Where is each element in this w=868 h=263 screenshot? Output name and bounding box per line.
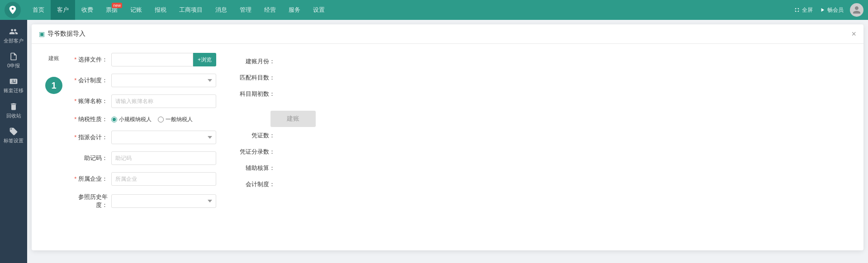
- logo-icon: [8, 5, 18, 15]
- build-account-button[interactable]: 建账: [270, 111, 316, 127]
- voucher-row: 凭证数：: [234, 132, 361, 140]
- step-label: 建账: [48, 55, 59, 62]
- memo-input[interactable]: [111, 151, 216, 165]
- logo[interactable]: [5, 2, 21, 18]
- file-label: 选择文件：: [71, 56, 108, 64]
- migration-icon: [9, 77, 18, 86]
- sidebar: 全部客户 0申报 账套迁移 回收站 标签设置: [0, 20, 27, 263]
- form-left: 选择文件： +浏览 会计制度：: [71, 53, 216, 216]
- nav-item-service[interactable]: 服务: [282, 0, 307, 20]
- main-content: ▣ 导爷数据导入 × 建账 1 选择文件：: [27, 20, 868, 263]
- file-input[interactable]: [111, 53, 193, 66]
- match-row: 匹配科目数：: [234, 74, 361, 82]
- file-group: 选择文件： +浏览: [71, 53, 216, 66]
- dialog-header: ▣ 导爷数据导入 ×: [32, 24, 863, 44]
- form-section: 建账 1 选择文件： +浏览: [45, 53, 216, 216]
- sidebar-item-account-migration[interactable]: 账套迁移: [0, 73, 27, 97]
- year-select[interactable]: [111, 194, 216, 208]
- auxiliary-label: 辅助核算：: [234, 164, 275, 172]
- import-icon: ▣: [39, 30, 45, 38]
- assign-group: 指派会计：: [71, 131, 216, 144]
- ledger-name-label: 账簿名称：: [71, 97, 108, 105]
- tag-icon: [9, 127, 18, 136]
- close-button[interactable]: ×: [851, 30, 856, 38]
- nav-item-settings[interactable]: 设置: [307, 0, 331, 20]
- nav-item-ledger[interactable]: 记账: [124, 0, 148, 20]
- ledger-name-group: 账簿名称：: [71, 94, 216, 108]
- memo-label: 助记码：: [71, 154, 108, 162]
- month-label: 建账月份：: [234, 57, 275, 66]
- match-label: 匹配科目数：: [234, 74, 275, 82]
- nav-item-fee[interactable]: 收费: [75, 0, 100, 20]
- sidebar-item-all-customers[interactable]: 全部客户: [0, 23, 27, 47]
- year-label: 参照历史年度：: [71, 193, 108, 209]
- nav-right: 全屏 畅会员: [794, 3, 863, 17]
- accounting-select[interactable]: [111, 74, 216, 87]
- accounting-group: 会计制度：: [71, 74, 216, 87]
- sidebar-item-tag-settings[interactable]: 标签设置: [0, 123, 27, 147]
- avatar[interactable]: [850, 3, 863, 17]
- sidebar-item-declaration[interactable]: 0申报: [0, 48, 27, 72]
- month-row: 建账月份：: [234, 57, 361, 66]
- tax-general-radio[interactable]: 一般纳税人: [158, 116, 193, 123]
- nav-item-invoice[interactable]: 票据 new: [100, 0, 124, 20]
- tax-small-radio[interactable]: 小规模纳税人: [111, 116, 152, 123]
- recycle-icon: [9, 102, 18, 111]
- owner-group: 所属企业：: [71, 172, 216, 186]
- user-avatar-icon: [852, 5, 861, 14]
- assign-label: 指派会计：: [71, 133, 108, 141]
- fullscreen-icon: [794, 7, 800, 13]
- new-badge: new: [112, 3, 122, 8]
- nav-item-message[interactable]: 消息: [209, 0, 233, 20]
- declaration-icon: [9, 52, 18, 61]
- tax-type-label: 纳税性质：: [71, 115, 108, 123]
- file-input-group: +浏览: [111, 53, 216, 66]
- voucher-entry-label: 凭证分录数：: [234, 148, 275, 156]
- voucher-label: 凭证数：: [234, 132, 275, 140]
- fullscreen-btn[interactable]: 全屏: [794, 6, 813, 14]
- nav-items: 首页 客户 收费 票据 new 记账 报税 工商项目 消息 管理 经营 服务 设…: [26, 0, 794, 20]
- dialog: ▣ 导爷数据导入 × 建账 1 选择文件：: [32, 24, 863, 250]
- form-right: 建账月份： 匹配科目数： 科目期初数： 建账 凭证数： 凭证: [234, 53, 361, 216]
- nav-item-operation[interactable]: 经营: [258, 0, 282, 20]
- step-circle: 1: [45, 77, 62, 94]
- year-group: 参照历史年度：: [71, 193, 216, 209]
- tax-type-group: 纳税性质： 小规模纳税人 一般纳税人: [71, 115, 216, 123]
- nav-item-tax[interactable]: 报税: [148, 0, 173, 20]
- tax-radio-group: 小规模纳税人 一般纳税人: [111, 116, 216, 123]
- auxiliary-row: 辅助核算：: [234, 164, 361, 172]
- dialog-title: ▣ 导爷数据导入: [39, 30, 85, 38]
- owner-input[interactable]: [111, 172, 216, 186]
- owner-label: 所属企业：: [71, 175, 108, 183]
- assign-select[interactable]: [111, 131, 216, 144]
- nav-item-home[interactable]: 首页: [26, 0, 51, 20]
- nav-item-customer[interactable]: 客户: [51, 0, 75, 20]
- tax-small-radio-input[interactable]: [111, 117, 117, 122]
- initial-row: 科目期初数：: [234, 90, 361, 98]
- right-accounting-label: 会计制度：: [234, 180, 275, 188]
- nav-item-manage[interactable]: 管理: [233, 0, 258, 20]
- dialog-body: 建账 1 选择文件： +浏览: [32, 44, 863, 225]
- premium-btn[interactable]: 畅会员: [819, 6, 844, 14]
- layout: 全部客户 0申报 账套迁移 回收站 标签设置 ▣ 导爷数据导入 ×: [0, 20, 868, 263]
- memo-group: 助记码：: [71, 151, 216, 165]
- play-icon: [819, 7, 825, 13]
- ledger-name-input[interactable]: [111, 94, 216, 108]
- browse-button[interactable]: +浏览: [193, 53, 216, 66]
- sidebar-item-recycle[interactable]: 回收站: [0, 99, 27, 122]
- initial-label: 科目期初数：: [234, 90, 275, 98]
- nav-item-business[interactable]: 工商项目: [173, 0, 209, 20]
- voucher-entry-row: 凭证分录数：: [234, 148, 361, 156]
- all-customers-icon: [9, 27, 18, 36]
- right-accounting-row: 会计制度：: [234, 180, 361, 188]
- top-nav: 首页 客户 收费 票据 new 记账 报税 工商项目 消息 管理 经营 服务 设…: [0, 0, 868, 20]
- tax-general-radio-input[interactable]: [158, 117, 164, 122]
- accounting-label: 会计制度：: [71, 76, 108, 85]
